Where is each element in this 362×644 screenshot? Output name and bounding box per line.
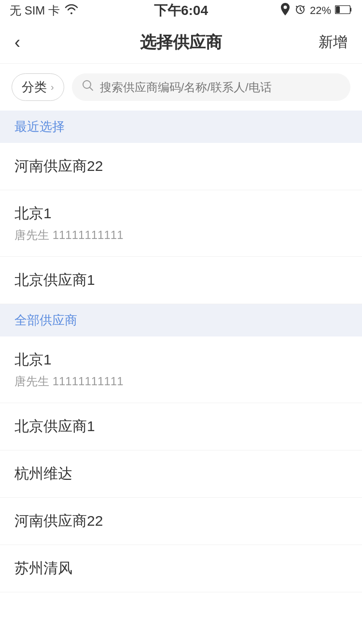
filter-bar: 分类 › [0, 64, 362, 111]
all-section-header: 全部供应商 [0, 304, 362, 336]
list-item[interactable]: 北京供应商1 [0, 403, 362, 450]
status-bar: 无 SIM 卡 下午6:04 22% [0, 0, 362, 21]
list-item[interactable]: 苏州清风 [0, 545, 362, 592]
list-item[interactable]: 北京1唐先生 11111111111 [0, 190, 362, 257]
list-item[interactable]: 杭州维达 [0, 450, 362, 498]
all-section-label: 全部供应商 [14, 313, 77, 327]
supplier-name: 北京1 [14, 350, 348, 370]
recent-section-header: 最近选择 [0, 111, 362, 143]
supplier-name: 北京供应商1 [14, 270, 348, 290]
search-input[interactable] [100, 81, 341, 94]
nav-bar: ‹ 选择供应商 新增 [0, 21, 362, 64]
wifi-icon [65, 4, 78, 17]
supplier-name: 河南供应商22 [14, 511, 348, 531]
recent-section-label: 最近选择 [14, 119, 65, 134]
supplier-contact: 唐先生 11111111111 [14, 227, 348, 243]
list-item[interactable]: 河南供应商22 [0, 143, 362, 190]
battery-icon [335, 4, 352, 17]
supplier-name: 杭州维达 [14, 464, 348, 484]
supplier-name: 河南供应商22 [14, 156, 348, 176]
carrier-text: 无 SIM 卡 [10, 3, 60, 18]
svg-rect-2 [336, 6, 340, 13]
battery-text: 22% [310, 4, 331, 17]
add-button[interactable]: 新增 [319, 32, 348, 52]
supplier-contact: 唐先生 11111111111 [14, 374, 348, 389]
category-label: 分类 [22, 79, 47, 96]
page-title: 选择供应商 [140, 31, 222, 54]
list-item[interactable]: 河南供应商22 [0, 498, 362, 545]
list-item[interactable]: 北京1唐先生 11111111111 [0, 336, 362, 403]
supplier-name: 苏州清风 [14, 559, 348, 578]
status-time: 下午6:04 [154, 1, 208, 20]
all-list: 北京1唐先生 11111111111北京供应商1杭州维达河南供应商22苏州清风 [0, 336, 362, 592]
alarm-icon [294, 3, 306, 18]
status-right: 22% [280, 3, 352, 18]
back-button[interactable]: ‹ [14, 32, 43, 53]
list-item[interactable]: 北京供应商1 [0, 257, 362, 304]
search-box [72, 73, 350, 101]
search-icon [82, 79, 94, 95]
category-filter-button[interactable]: 分类 › [12, 73, 64, 101]
supplier-name: 北京供应商1 [14, 417, 348, 436]
recent-list: 河南供应商22北京1唐先生 11111111111北京供应商1 [0, 143, 362, 304]
status-left: 无 SIM 卡 [10, 3, 78, 18]
supplier-name: 北京1 [14, 204, 348, 224]
location-icon [280, 3, 291, 18]
chevron-right-icon: › [51, 82, 54, 93]
